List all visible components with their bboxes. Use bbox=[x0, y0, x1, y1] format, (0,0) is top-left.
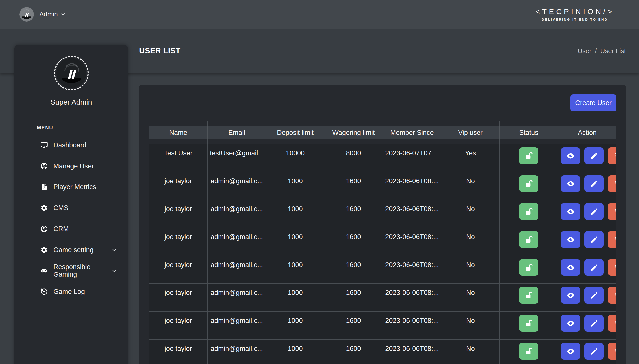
user-table-head: NameEmailDeposit limitWagering limitMemb… bbox=[149, 122, 616, 144]
delete-user-button[interactable] bbox=[608, 287, 616, 304]
delete-user-button[interactable] bbox=[608, 175, 616, 192]
cell-member-since: 2023-06-06T08:... bbox=[383, 284, 441, 312]
status-unlock-button[interactable] bbox=[519, 231, 538, 248]
delete-user-button[interactable] bbox=[608, 315, 616, 332]
edit-user-button[interactable] bbox=[584, 287, 603, 304]
view-user-button[interactable] bbox=[561, 315, 580, 332]
sidebar-item-crm[interactable]: CRM bbox=[15, 218, 128, 239]
airplay-icon bbox=[41, 141, 48, 149]
cell-status bbox=[500, 284, 558, 312]
delete-user-button[interactable] bbox=[608, 231, 616, 248]
sidebar-item-cms[interactable]: CMS bbox=[15, 198, 128, 218]
sidebar-item-label: Game setting bbox=[53, 246, 94, 254]
pencil-icon bbox=[590, 208, 598, 216]
sidebar-item-game-setting[interactable]: Game setting bbox=[15, 239, 128, 260]
table-row: joe tayloradmin@gmail.c...100016002023-0… bbox=[149, 228, 616, 256]
profile-avatar[interactable] bbox=[54, 56, 89, 90]
cell-status bbox=[500, 256, 558, 284]
brand-logo-icon bbox=[20, 7, 34, 22]
edit-user-button[interactable] bbox=[584, 203, 603, 220]
view-user-button[interactable] bbox=[561, 259, 580, 276]
cell-email: admin@gmail.c... bbox=[208, 312, 266, 340]
unlock-icon bbox=[525, 235, 533, 244]
view-user-button[interactable] bbox=[561, 147, 580, 164]
cell-deposit-limit: 1000 bbox=[266, 228, 324, 256]
avatar[interactable] bbox=[20, 7, 34, 22]
table-header-row: NameEmailDeposit limitWagering limitMemb… bbox=[149, 126, 616, 139]
trash-icon bbox=[613, 152, 616, 160]
edit-user-button[interactable] bbox=[584, 231, 603, 248]
sidebar-item-player-metrics[interactable]: Player Metrics bbox=[15, 176, 128, 198]
view-user-button[interactable] bbox=[561, 203, 580, 220]
edit-user-button[interactable] bbox=[584, 259, 603, 276]
delete-user-button[interactable] bbox=[608, 203, 616, 220]
cell-vip-user: No bbox=[441, 172, 500, 200]
unlock-icon bbox=[525, 152, 533, 160]
status-unlock-button[interactable] bbox=[519, 259, 538, 276]
sidebar: Super Admin MENU DashboardManage UserPla… bbox=[15, 45, 128, 364]
cell-member-since: 2023-06-06T08:... bbox=[383, 200, 441, 228]
sidebar-item-game-log[interactable]: Game Log bbox=[15, 281, 128, 302]
status-unlock-button[interactable] bbox=[519, 343, 538, 360]
cell-deposit-limit: 1000 bbox=[266, 172, 324, 200]
admin-label[interactable]: Admin bbox=[40, 10, 58, 18]
edit-user-button[interactable] bbox=[584, 343, 603, 360]
trash-icon bbox=[613, 235, 616, 244]
cell-wagering-limit: 1600 bbox=[324, 228, 383, 256]
delete-user-button[interactable] bbox=[608, 343, 616, 360]
trash-icon bbox=[613, 291, 616, 300]
trash-icon bbox=[613, 263, 616, 272]
table-row: joe tayloradmin@gmail.c...100016002023-0… bbox=[149, 312, 616, 340]
cell-action bbox=[558, 200, 616, 228]
breadcrumb-user[interactable]: User bbox=[578, 47, 591, 55]
cell-name: Test User bbox=[149, 144, 208, 172]
view-user-button[interactable] bbox=[561, 231, 580, 248]
unlock-icon bbox=[525, 180, 533, 188]
table-row: joe tayloradmin@gmail.c...100016002023-0… bbox=[149, 256, 616, 284]
gear-icon bbox=[41, 246, 48, 254]
brand-logo: <TECPINION/> DELIVERING IT END TO END bbox=[535, 8, 614, 22]
eye-icon bbox=[566, 347, 575, 356]
sidebar-item-responsible-gaming[interactable]: Responsible Gaming bbox=[15, 260, 128, 281]
edit-user-button[interactable] bbox=[584, 175, 603, 192]
breadcrumb: User / User List bbox=[578, 47, 626, 55]
view-user-button[interactable] bbox=[561, 287, 580, 304]
edit-user-button[interactable] bbox=[584, 147, 603, 164]
sidebar-item-manage-user[interactable]: Manage User bbox=[15, 156, 128, 176]
status-unlock-button[interactable] bbox=[519, 175, 538, 192]
sidebar-item-label: Responsible Gaming bbox=[53, 263, 111, 278]
table-row: joe tayloradmin@gmail.c...100016002023-0… bbox=[149, 284, 616, 312]
status-unlock-button[interactable] bbox=[519, 203, 538, 220]
chevron-down-icon bbox=[60, 12, 66, 17]
delete-user-button[interactable] bbox=[608, 259, 616, 276]
cell-wagering-limit: 1600 bbox=[324, 200, 383, 228]
cell-action bbox=[558, 340, 616, 364]
gamepad-icon bbox=[41, 267, 48, 274]
status-unlock-button[interactable] bbox=[519, 315, 538, 332]
cell-action bbox=[558, 172, 616, 200]
cell-deposit-limit: 1000 bbox=[266, 256, 324, 284]
pencil-icon bbox=[590, 263, 598, 272]
column-header-vip-user: Vip user bbox=[441, 126, 500, 139]
cell-wagering-limit: 1600 bbox=[324, 172, 383, 200]
cell-status bbox=[500, 340, 558, 364]
delete-user-button[interactable] bbox=[608, 147, 616, 164]
view-user-button[interactable] bbox=[561, 343, 580, 360]
column-header-name: Name bbox=[149, 126, 208, 139]
cell-vip-user: No bbox=[441, 228, 500, 256]
brand-title: <TECPINION/> bbox=[535, 8, 614, 16]
cell-email: admin@gmail.c... bbox=[208, 256, 266, 284]
create-user-button[interactable]: Create User bbox=[570, 94, 616, 112]
sidebar-item-label: Dashboard bbox=[53, 141, 86, 149]
status-unlock-button[interactable] bbox=[519, 147, 538, 164]
column-header-status: Status bbox=[500, 126, 558, 139]
edit-user-button[interactable] bbox=[584, 315, 603, 332]
trash-icon bbox=[613, 347, 616, 356]
chevron-down-icon bbox=[111, 268, 117, 274]
cell-action bbox=[558, 228, 616, 256]
sidebar-item-dashboard[interactable]: Dashboard bbox=[15, 135, 128, 156]
status-unlock-button[interactable] bbox=[519, 287, 538, 304]
view-user-button[interactable] bbox=[561, 175, 580, 192]
admin-menu[interactable]: Admin bbox=[20, 7, 66, 22]
cell-name: joe taylor bbox=[149, 256, 208, 284]
